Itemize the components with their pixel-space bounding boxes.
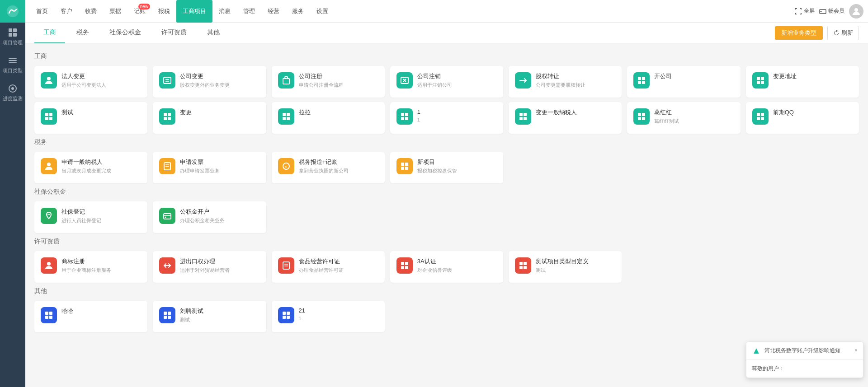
nav-tax[interactable]: 报税 <box>152 0 176 23</box>
card-company-change[interactable]: 公司变更 股权变更外的业务变更 <box>153 66 266 98</box>
app-logo <box>0 0 25 23</box>
card-icon-preqq <box>752 108 769 125</box>
svg-rect-35 <box>164 117 167 120</box>
nav-home[interactable]: 首页 <box>30 0 54 23</box>
svg-point-12 <box>854 8 858 12</box>
card-twentyone[interactable]: 21 1 <box>272 301 385 332</box>
card-test-type[interactable]: 测试项目类型目定义 测试 <box>509 251 622 283</box>
card-import-export[interactable]: 进出口权办理 适用于对外贸易经营者 <box>153 251 266 283</box>
card-change-taxpayer[interactable]: 变更一般纳税人 <box>509 102 622 134</box>
card-name-equity-transfer: 股权转让 <box>536 72 615 80</box>
svg-rect-27 <box>757 81 760 84</box>
fullscreen-btn[interactable]: 全屏 <box>795 7 815 15</box>
card-text-twentyone: 21 1 <box>299 307 378 322</box>
card-tax-report-book[interactable]: ¥ 税务报道+记账 拿到营业执照的新公司 <box>272 152 385 183</box>
nav-operations[interactable]: 经营 <box>261 0 286 23</box>
svg-rect-67 <box>164 214 171 219</box>
card-icon-food-license <box>278 257 294 274</box>
card-text-gehonghong: 葛红红 葛红红测试 <box>654 108 734 125</box>
main-area: 首页 客户 收费 票据 记账 new 报税 工商项目 消息 管理 经营 服务 设… <box>25 0 868 387</box>
tab-license[interactable]: 许可资质 <box>152 23 196 43</box>
sidebar-item-progress[interactable]: 进度监测 <box>0 79 25 107</box>
tab-other[interactable]: 其他 <box>198 23 229 43</box>
svg-rect-6 <box>9 60 17 61</box>
scroll-content: 工商 法人变更 适用于公司变更法人 <box>25 43 868 387</box>
card-change-address[interactable]: 变更地址 <box>746 66 859 98</box>
card-name-tax-report-book: 税务报道+记账 <box>299 158 378 166</box>
card-social-register[interactable]: 社保登记 进行人员社保登记 <box>34 201 147 233</box>
card-apply-taxpayer[interactable]: 申请一般纳税人 当月或次月成变更完成 <box>34 152 147 183</box>
card-icon-apply-taxpayer <box>41 158 57 174</box>
svg-rect-82 <box>49 312 52 315</box>
svg-rect-22 <box>642 77 645 80</box>
card-fund-open[interactable]: 公积金开户 办理公积金相关业务 <box>153 201 266 233</box>
nav-industrial[interactable]: 工商项目 <box>176 0 212 23</box>
svg-rect-92 <box>287 316 290 319</box>
nav-messages[interactable]: 消息 <box>212 0 237 23</box>
notification-close-button[interactable]: × <box>854 347 858 354</box>
card-food-license[interactable]: 食品经营许可证 办理食品经营许可证 <box>272 251 385 283</box>
card-icon-gehonghong <box>633 108 650 125</box>
svg-rect-78 <box>524 262 527 265</box>
nav-billing[interactable]: 收费 <box>79 0 103 23</box>
card-name-lala: 拉拉 <box>299 108 378 117</box>
nav-bookkeeping[interactable]: 记账 new <box>127 0 152 23</box>
card-text-3a-cert: 3A认证 对企业信誉评级 <box>417 257 497 274</box>
svg-rect-66 <box>405 167 408 170</box>
svg-rect-54 <box>761 113 764 116</box>
svg-rect-45 <box>519 113 523 116</box>
svg-point-11 <box>821 11 822 12</box>
svg-rect-75 <box>401 266 404 269</box>
card-liupeng-test[interactable]: 刘聘测试 测试 <box>153 301 266 332</box>
svg-rect-49 <box>638 113 641 116</box>
card-name-change: 变更 <box>180 108 259 117</box>
svg-rect-33 <box>164 113 167 116</box>
card-desc-equity-transfer: 公司变更需要股权转让 <box>536 82 615 89</box>
card-desc-food-license: 办理食品经营许可证 <box>299 267 378 274</box>
sidebar-item-project-type[interactable]: 项目类型 <box>0 51 25 79</box>
svg-rect-91 <box>283 316 286 319</box>
svg-rect-47 <box>519 117 523 120</box>
svg-rect-37 <box>283 113 286 116</box>
svg-point-13 <box>47 77 51 80</box>
sidebar-item-project-mgmt[interactable]: 项目管理 <box>0 23 25 51</box>
svg-point-69 <box>47 262 51 266</box>
card-company-cancel[interactable]: 公司注销 适用于注销公司 <box>390 66 503 98</box>
svg-rect-48 <box>524 117 527 120</box>
card-company-register[interactable]: 公司注册 申请公司注册全流程 <box>272 66 385 98</box>
avatar[interactable] <box>849 4 863 19</box>
card-desc-apply-taxpayer: 当月或次月成变更完成 <box>61 168 141 174</box>
nav-management[interactable]: 管理 <box>237 0 261 23</box>
card-name-haha: 哈哈 <box>61 307 141 315</box>
card-3a-cert[interactable]: 3A认证 对企业信誉评级 <box>390 251 503 283</box>
nav-customer[interactable]: 客户 <box>54 0 79 23</box>
card-trademark[interactable]: 商标注册 用于企业商标注册服务 <box>34 251 147 283</box>
svg-rect-85 <box>164 312 167 315</box>
refresh-button[interactable]: 刷新 <box>827 26 859 40</box>
svg-rect-86 <box>168 312 171 315</box>
card-change[interactable]: 变更 <box>153 102 266 134</box>
tab-social-fund[interactable]: 社保公积金 <box>100 23 150 43</box>
card-new-project[interactable]: 新项目 报税加税控盘保管 <box>390 152 503 183</box>
card-preqq[interactable]: 前期QQ <box>746 102 859 134</box>
card-one[interactable]: 1 1 <box>390 102 503 134</box>
tab-tax[interactable]: 税务 <box>67 23 98 43</box>
add-type-button[interactable]: 新增业务类型 <box>775 26 823 40</box>
card-equity-transfer[interactable]: 股权转让 公司变更需要股权转让 <box>509 66 622 98</box>
card-lala[interactable]: 拉拉 <box>272 102 385 134</box>
card-desc-import-export: 适用于对外贸易经营者 <box>180 267 259 274</box>
card-apply-invoice[interactable]: 申请发票 办理申请发票业务 <box>153 152 266 183</box>
card-haha[interactable]: 哈哈 <box>34 301 147 332</box>
tab-industrial[interactable]: 工商 <box>34 23 65 43</box>
nav-tickets[interactable]: 票据 <box>103 0 127 23</box>
card-gehonghong[interactable]: 葛红红 葛红红测试 <box>627 102 740 134</box>
nav-services[interactable]: 服务 <box>286 0 310 23</box>
nav-settings[interactable]: 设置 <box>310 0 335 23</box>
topnav: 首页 客户 收费 票据 记账 new 报税 工商项目 消息 管理 经营 服务 设… <box>25 0 868 23</box>
card-open-company[interactable]: 开公司 <box>627 66 740 98</box>
card-legal-change[interactable]: 法人变更 适用于公司变更法人 <box>34 66 147 98</box>
vip-btn[interactable]: 畅会员 <box>819 7 844 15</box>
svg-rect-36 <box>168 117 171 120</box>
card-test[interactable]: 测试 <box>34 102 147 134</box>
card-desc-trademark: 用于企业商标注册服务 <box>61 267 141 274</box>
